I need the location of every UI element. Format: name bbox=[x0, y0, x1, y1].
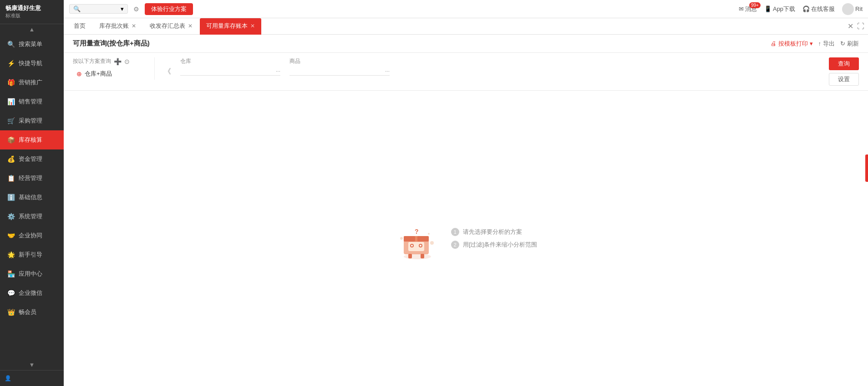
tab-batch-label: 库存批次账 bbox=[99, 22, 129, 30]
filter-scheme-panel: 按以下方案查询 ➕ ⊙ ⊕ 仓库+商品 bbox=[73, 57, 155, 80]
tab-batch[interactable]: 库存批次账 ✕ bbox=[93, 18, 142, 35]
phone-icon: 📱 bbox=[764, 5, 772, 12]
sidebar-item-wechat[interactable]: 💬企业微信 bbox=[0, 283, 64, 303]
tab-available-close[interactable]: ✕ bbox=[250, 23, 255, 29]
sidebar-item-purchase[interactable]: 🛒采购管理 bbox=[0, 111, 64, 130]
filter-row: 按以下方案查询 ➕ ⊙ ⊕ 仓库+商品 《 仓库 ··· bbox=[64, 53, 868, 91]
sidebar-item-basic[interactable]: ℹ️基础信息 bbox=[0, 188, 64, 207]
tab-home[interactable]: 首页 bbox=[67, 18, 92, 35]
query-button[interactable]: 查询 bbox=[829, 57, 859, 70]
export-icon: ↑ bbox=[818, 40, 822, 47]
sidebar-icon-newbie: 🌟 bbox=[7, 251, 15, 258]
app-download-btn[interactable]: 📱 App下载 bbox=[764, 5, 795, 13]
sidebar-item-shortcut[interactable]: ⚡快捷导航 bbox=[0, 54, 64, 73]
tip-num-1: 1 bbox=[451, 228, 459, 236]
scheme-icon: ⊕ bbox=[76, 70, 82, 77]
svg-rect-11 bbox=[421, 254, 424, 258]
scheme-warehouse-goods[interactable]: ⊕ 仓库+商品 bbox=[73, 68, 147, 80]
sidebar-item-system[interactable]: ⚙️系统管理 bbox=[0, 207, 64, 226]
sidebar-label-search: 搜索菜单 bbox=[19, 40, 42, 48]
refresh-btn[interactable]: ↻ 刷新 bbox=[840, 40, 859, 48]
tab-close-all-btn[interactable]: ✕ bbox=[848, 22, 853, 31]
filter-scheme-title: 按以下方案查询 ➕ ⊙ bbox=[73, 57, 147, 65]
search-input[interactable] bbox=[82, 6, 119, 12]
print-btn[interactable]: 🖨 按模板打印 ▾ bbox=[771, 40, 813, 48]
headset-icon: 🎧 bbox=[802, 5, 810, 12]
svg-point-8 bbox=[411, 245, 413, 247]
sidebar-label-appstore: 应用中心 bbox=[19, 270, 42, 278]
sidebar-label-system: 系统管理 bbox=[19, 212, 42, 221]
sidebar-item-vip[interactable]: 👑畅会员 bbox=[0, 303, 64, 322]
tab-summary[interactable]: 收发存汇总表 ✕ bbox=[143, 18, 199, 35]
goods-more-btn[interactable]: ··· bbox=[385, 68, 390, 74]
sidebar-bottom: 👤 bbox=[0, 370, 64, 386]
sidebar-label-purchase: 采购管理 bbox=[19, 117, 42, 125]
message-btn[interactable]: ✉ 消息 99+ bbox=[739, 5, 757, 13]
sidebar-label-wechat: 企业微信 bbox=[19, 289, 42, 297]
warehouse-input-wrap: ··· bbox=[180, 67, 280, 76]
right-edge-handle[interactable] bbox=[865, 154, 868, 182]
sidebar-icon-appstore: 🏪 bbox=[7, 270, 15, 278]
scroll-up-btn[interactable]: ▲ bbox=[0, 24, 64, 35]
sidebar-nav: 🔍搜索菜单⚡快捷导航🎁营销推广📊销售管理🛒采购管理📦库存核算💰资金管理📋经营管理… bbox=[0, 35, 64, 360]
sidebar-item-newbie[interactable]: 🌟新手引导 bbox=[0, 245, 64, 264]
online-service-btn[interactable]: 🎧 在线客服 bbox=[802, 5, 835, 13]
tab-summary-close[interactable]: ✕ bbox=[188, 23, 193, 29]
add-scheme-btn[interactable]: ➕ bbox=[114, 58, 122, 65]
sidebar-label-vip: 畅会员 bbox=[19, 308, 36, 316]
brand-sub: 标准版 bbox=[5, 12, 58, 19]
print-chevron-icon: ▾ bbox=[810, 40, 813, 47]
trial-button[interactable]: 体验行业方案 bbox=[145, 3, 193, 15]
sidebar-item-search[interactable]: 🔍搜索菜单 bbox=[0, 35, 64, 54]
sidebar-icon-system: ⚙️ bbox=[7, 213, 15, 220]
tab-summary-label: 收发存汇总表 bbox=[150, 22, 185, 30]
sidebar-label-inventory: 库存核算 bbox=[19, 136, 42, 144]
svg-point-9 bbox=[420, 245, 421, 247]
settings-button[interactable]: 设置 bbox=[829, 73, 859, 86]
tab-expand-btn[interactable]: ⛶ bbox=[857, 22, 864, 31]
sidebar-item-sales[interactable]: 📊销售管理 bbox=[0, 92, 64, 111]
empty-tip-2: 2 用[过滤]条件来缩小分析范围 bbox=[451, 241, 537, 249]
sidebar-item-marketing[interactable]: 🎁营销推广 bbox=[0, 73, 64, 92]
sidebar-icon-search: 🔍 bbox=[7, 41, 15, 48]
sidebar-icon-marketing: 🎁 bbox=[7, 79, 15, 86]
sidebar-icon-sales: 📊 bbox=[7, 98, 15, 105]
print-icon: 🖨 bbox=[771, 40, 777, 47]
export-btn[interactable]: ↑ 导出 bbox=[818, 40, 835, 48]
sidebar-icon-wechat: 💬 bbox=[7, 289, 15, 297]
gear-icon[interactable]: ⚙ bbox=[133, 5, 139, 13]
sidebar-item-operations[interactable]: 📋经营管理 bbox=[0, 169, 64, 188]
tab-batch-close[interactable]: ✕ bbox=[132, 23, 136, 29]
sidebar-label-finance: 资金管理 bbox=[19, 155, 42, 163]
settings-scheme-btn[interactable]: ⊙ bbox=[124, 58, 130, 65]
page-title-actions: 🖨 按模板打印 ▾ ↑ 导出 ↻ 刷新 bbox=[771, 40, 859, 48]
user-avatar-btn[interactable]: Rit bbox=[842, 3, 863, 15]
svg-point-13 bbox=[400, 237, 403, 240]
goods-input-wrap: ··· bbox=[289, 67, 390, 76]
tab-available-label: 可用量库存账本 bbox=[206, 22, 248, 30]
sidebar-item-finance[interactable]: 💰资金管理 bbox=[0, 149, 64, 169]
warehouse-input[interactable] bbox=[180, 67, 274, 74]
sidebar-item-appstore[interactable]: 🏪应用中心 bbox=[0, 264, 64, 283]
message-icon: ✉ bbox=[739, 5, 744, 12]
topbar-search[interactable]: 🔍 ▾ bbox=[69, 4, 128, 14]
tab-available[interactable]: 可用量库存账本 ✕ bbox=[200, 18, 261, 35]
sidebar-icon-inventory: 📦 bbox=[7, 136, 15, 144]
sidebar-label-newbie: 新手引导 bbox=[19, 251, 42, 259]
goods-label: 商品 bbox=[289, 57, 390, 65]
collapse-btn[interactable]: 《 bbox=[164, 67, 171, 77]
goods-input[interactable] bbox=[289, 67, 383, 74]
filter-fields: 仓库 ··· 商品 ··· bbox=[180, 57, 820, 76]
filter-warehouse-field: 仓库 ··· bbox=[180, 57, 280, 76]
warehouse-more-btn[interactable]: ··· bbox=[276, 68, 280, 74]
tabs-bar: 首页 库存批次账 ✕ 收发存汇总表 ✕ 可用量库存账本 ✕ ✕ ⛶ bbox=[64, 18, 868, 35]
sidebar-label-basic: 基础信息 bbox=[19, 193, 42, 201]
sidebar-icon-finance: 💰 bbox=[7, 155, 15, 163]
sidebar-icon-basic: ℹ️ bbox=[7, 194, 15, 201]
empty-state: ? 1 请先选择要分析的方案 2 用[过滤]条件来缩小分析范围 bbox=[64, 91, 868, 386]
sidebar-item-inventory[interactable]: 📦库存核算 bbox=[0, 130, 64, 149]
sidebar-label-sales: 销售管理 bbox=[19, 98, 42, 106]
sidebar-item-enterprise[interactable]: 🤝企业协同 bbox=[0, 226, 64, 245]
scroll-down-btn[interactable]: ▼ bbox=[0, 360, 64, 370]
sidebar-icon-purchase: 🛒 bbox=[7, 117, 15, 124]
